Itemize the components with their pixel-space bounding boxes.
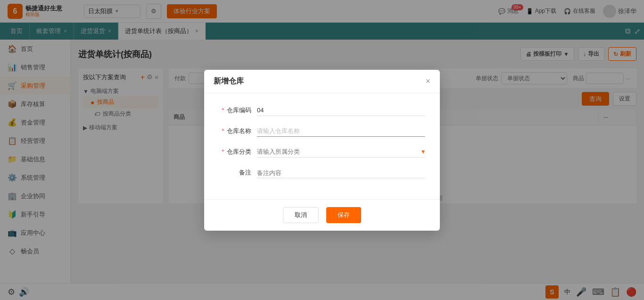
required-star-category: * [222,148,224,155]
modal-close-button[interactable]: × [425,76,430,86]
modal-body: * 仓库编码 * 仓库名称 * 仓库分类 [204,93,440,199]
modal-title: 新增仓库 [214,76,244,86]
category-select-wrap: ▾ [257,146,425,158]
required-star-name: * [222,127,224,134]
form-row-code: * 仓库编码 [219,105,425,116]
save-button[interactable]: 保存 [326,207,361,223]
form-row-name: * 仓库名称 [219,125,425,137]
modal-overlay: 新增仓库 × * 仓库编码 * 仓库名称 [0,0,644,300]
cancel-button[interactable]: 取消 [283,207,319,223]
new-warehouse-modal: 新增仓库 × * 仓库编码 * 仓库名称 [204,70,440,231]
modal-footer: 取消 保存 [204,199,440,231]
note-label: 备注 [219,168,257,177]
note-textarea[interactable] [257,167,425,178]
code-label: * 仓库编码 [219,106,257,115]
name-input[interactable] [257,125,425,137]
name-label: * 仓库名称 [219,127,257,135]
category-input[interactable] [257,146,421,157]
category-dropdown-icon[interactable]: ▾ [421,148,425,155]
form-row-note: 备注 [219,167,425,178]
required-star-code: * [222,107,224,114]
form-row-category: * 仓库分类 ▾ [219,146,425,158]
modal-header: 新增仓库 × [204,70,440,93]
code-input[interactable] [257,105,425,116]
category-label: * 仓库分类 [219,148,257,156]
